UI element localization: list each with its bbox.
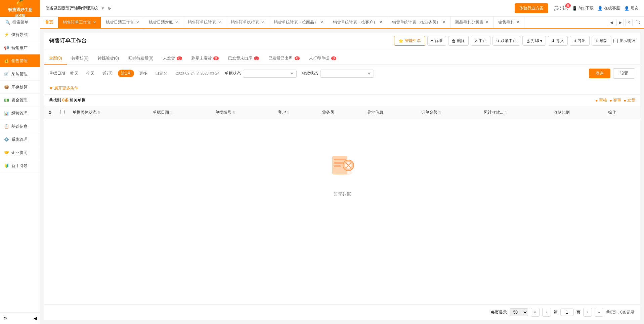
message-icon-item[interactable]: 💬 6 消息: [554, 5, 568, 11]
tab-sales-more-label: 销售毛利: [498, 19, 514, 25]
sub-tab-shipped-out[interactable]: 已发货已出库 0: [264, 53, 304, 65]
sidebar-item-company[interactable]: 🤝 企业协同: [0, 146, 40, 159]
finance-icon: 💵: [3, 97, 9, 103]
sidebar-item-basic[interactable]: 📋 基础信息: [0, 120, 40, 133]
payment-filter-select[interactable]: [320, 70, 374, 78]
date-today[interactable]: 今天: [83, 70, 97, 77]
page-first-button[interactable]: «: [531, 308, 540, 317]
th-number-sort[interactable]: 单据编号 ⇅: [215, 110, 270, 115]
sub-tab-pending[interactable]: 待审核(0): [67, 53, 93, 65]
th-date-sort[interactable]: 单据日期 ⇅: [153, 110, 207, 115]
experience-button[interactable]: 体验行业方案: [515, 3, 548, 13]
th-collected-sort[interactable]: 累计收款... ⇅: [484, 110, 546, 115]
dropdown-arrow-icon[interactable]: ▼: [101, 6, 105, 11]
sub-tab-bar: 全部(0) 待审核(0) 待拣验货(0) 旺铺待发货(0) 未发货 0 到期未发…: [44, 53, 640, 65]
sidebar-search[interactable]: 🔍 搜索菜单: [0, 17, 40, 28]
reject-button[interactable]: ● 弃审: [610, 97, 621, 103]
th-amount-sort[interactable]: 订单金额 ⇅: [421, 110, 476, 115]
tab-home[interactable]: 首页: [40, 17, 58, 28]
gear-settings-icon[interactable]: ⚙: [108, 6, 111, 11]
tab-sales-stat-staff-close[interactable]: ✕: [442, 20, 445, 25]
date-yesterday[interactable]: 昨天: [67, 70, 81, 77]
sub-tab-overdue[interactable]: 到期未发货 0: [187, 53, 223, 65]
page-next-button[interactable]: ›: [583, 308, 592, 317]
th-ratio: 收款比例: [550, 106, 604, 119]
show-detail-checkbox[interactable]: 显示明细: [613, 38, 635, 44]
sidebar-item-marketing[interactable]: 📢 营销推广: [0, 41, 40, 54]
page-last-button[interactable]: »: [595, 308, 603, 317]
collapse-icon[interactable]: ◀: [34, 316, 37, 321]
print-button[interactable]: 🖨 打印 ▾: [522, 36, 546, 46]
tab-sales-exec[interactable]: 销售订单执行表 ✕: [226, 17, 269, 28]
sub-tab-all[interactable]: 全部(0): [44, 53, 67, 65]
tab-sales-more[interactable]: 销售毛利 ✕: [493, 17, 524, 28]
tab-cash-reconcile-close[interactable]: ✕: [175, 20, 178, 25]
set-button[interactable]: 设置: [613, 68, 635, 79]
tab-expand-button[interactable]: ⛶: [634, 19, 641, 26]
import-button[interactable]: ⬇ 导入: [548, 36, 568, 46]
query-button[interactable]: 查询: [589, 69, 610, 78]
refresh-button[interactable]: ↻ 刷新: [592, 36, 611, 46]
tab-sales-workbench[interactable]: 销售订单工作台 ✕: [58, 17, 101, 28]
sub-tab-not-shipped[interactable]: 未发货 0: [158, 53, 187, 65]
tab-sales-stat-product[interactable]: 销货单统计表（按商品） ✕: [269, 17, 328, 28]
page-size-select[interactable]: 50 10 20 100: [510, 308, 528, 316]
tab-next-button[interactable]: ▶: [616, 19, 624, 26]
online-service-item[interactable]: 👤 在线客服: [598, 5, 620, 11]
sidebar-item-finance[interactable]: 💵 资金管理: [0, 94, 40, 107]
sidebar-item-quick-nav[interactable]: ⚡ 快捷导航: [0, 28, 40, 41]
select-all-checkbox[interactable]: [60, 110, 65, 114]
app-download-item[interactable]: 📱 App下载: [572, 5, 594, 11]
export-button[interactable]: ⬆ 导出: [570, 36, 590, 46]
sidebar-item-inventory[interactable]: 📦 库存核算: [0, 81, 40, 94]
date-7days[interactable]: 近7天: [99, 70, 116, 77]
tab-cash-daily[interactable]: 钱货日清工作台 ✕: [101, 17, 144, 28]
tab-sales-exec-close[interactable]: ✕: [261, 20, 264, 25]
th-checkbox[interactable]: [56, 106, 69, 119]
tab-prev-button[interactable]: ◀: [608, 19, 615, 26]
th-settings[interactable]: ⚙: [44, 106, 56, 119]
tab-sales-stat-customer-close[interactable]: ✕: [379, 20, 382, 25]
th-status-sort[interactable]: 单据整体状态 ⇅: [73, 110, 145, 115]
tab-sales-stat-staff[interactable]: 销货单统计表（按业务员） ✕: [387, 17, 450, 28]
sidebar-item-operation[interactable]: 📊 经营管理: [0, 107, 40, 120]
sub-tab-shipped-not-out[interactable]: 已发货未出库 0: [223, 53, 264, 65]
sidebar-item-sales[interactable]: 💰 销售管理: [0, 54, 40, 68]
tab-sales-stat-close[interactable]: ✕: [218, 20, 221, 25]
date-1month[interactable]: 近1月: [118, 70, 134, 77]
sidebar-item-guide[interactable]: 🔰 新手引导: [0, 159, 40, 172]
user-item[interactable]: 👤 用友: [624, 5, 639, 11]
add-button[interactable]: + 新增: [427, 36, 446, 46]
tab-sales-stat[interactable]: 销售订单统计表 ✕: [183, 17, 226, 28]
cancel-stop-button[interactable]: ↺ 取消中止: [492, 36, 520, 46]
ship-button[interactable]: ● 发货: [624, 97, 635, 103]
date-more[interactable]: 更多: [136, 70, 150, 77]
tab-cash-daily-close[interactable]: ✕: [136, 20, 139, 25]
page-number-input[interactable]: [560, 309, 574, 316]
tab-margin[interactable]: 商品毛利分析表 ✕: [450, 17, 493, 28]
stop-button[interactable]: ⊘ 中止: [471, 36, 490, 46]
sub-tab-wangpu[interactable]: 旺铺待发货(0): [124, 53, 158, 65]
show-detail-input[interactable]: [613, 39, 618, 43]
sidebar-item-system[interactable]: ⚙️ 系统管理: [0, 133, 40, 146]
expand-filter-button[interactable]: ▼ 展开更多条件: [49, 85, 635, 91]
smart-order-button[interactable]: ⭐ 智能生单: [394, 36, 425, 46]
date-custom[interactable]: 自定义: [152, 70, 170, 77]
th-staff-sort[interactable]: 业务员: [322, 110, 359, 115]
tab-cash-reconcile[interactable]: 钱货日清对账 ✕: [144, 17, 183, 28]
settings-icon[interactable]: ⚙: [3, 316, 7, 321]
tab-sales-stat-product-close[interactable]: ✕: [320, 20, 323, 25]
status-filter-select[interactable]: [243, 70, 297, 78]
tab-sales-more-close[interactable]: ✕: [516, 20, 519, 25]
tab-sales-stat-customer[interactable]: 销货单统计表（按客户） ✕: [328, 17, 387, 28]
review-button[interactable]: ● 审核: [595, 97, 607, 103]
tab-margin-close[interactable]: ✕: [485, 20, 488, 25]
tab-sales-workbench-close[interactable]: ✕: [93, 20, 96, 25]
sidebar-item-purchase[interactable]: 🛒 采购管理: [0, 68, 40, 81]
sub-tab-pending-check[interactable]: 待拣验货(0): [93, 53, 124, 65]
th-customer-sort[interactable]: 客户 ⇅: [278, 110, 314, 115]
tab-close-all-button[interactable]: ✕: [625, 19, 633, 26]
delete-button[interactable]: 🗑 删除: [448, 36, 469, 46]
sub-tab-not-printed[interactable]: 未打印单据 0: [304, 53, 341, 65]
page-prev-button[interactable]: ‹: [542, 308, 551, 317]
